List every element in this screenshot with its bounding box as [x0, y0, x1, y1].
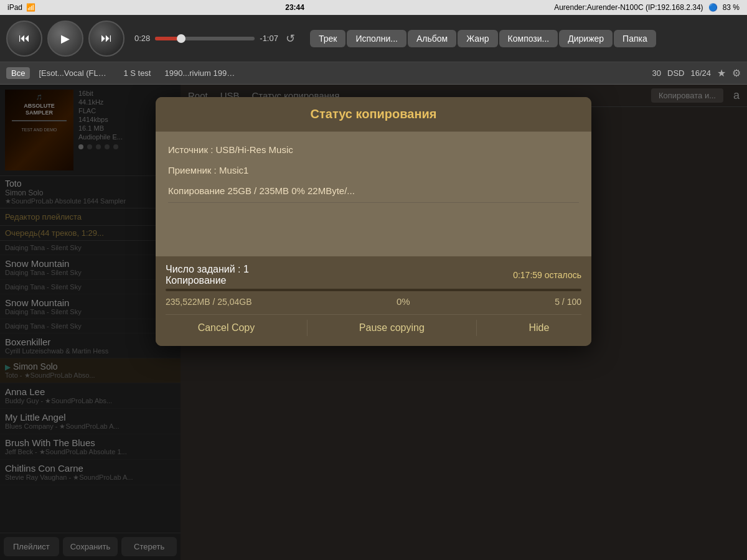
filter-year[interactable]: 1990...rivium 1993...(10CO)	[159, 67, 240, 79]
copy-progress-text: Копирование 25GB / 235MB 0% 22MByte/...	[168, 183, 579, 203]
secondary-bar: Все [Esot...Vocal (FLA...mplet ★ 1 S tes…	[0, 62, 747, 85]
bluetooth-icon: 🔵	[708, 3, 718, 12]
top-controls: ⏮ ▶ ⏭ 0:28 -1:07 ↺ Трек Исполни... Альбо…	[0, 15, 747, 62]
settings-button[interactable]: ⚙	[732, 67, 741, 79]
progress-area: 0:28 -1:07 ↺	[134, 32, 295, 45]
tab-folder[interactable]: Папка	[614, 30, 656, 47]
modal-body: Источник : USB/Hi-Res Music Приемник : M…	[156, 132, 591, 256]
secondary-right: 30 DSD 16/24 ★ ⚙	[652, 67, 741, 79]
remaining-time: -1:07	[260, 34, 278, 43]
copy-detail-row: 235,522MB / 25,04GB 0% 5 / 100	[166, 296, 581, 307]
modal-title: Статус копирования	[166, 107, 581, 121]
status-bar: iPad 📶 23:44 Aurender:Aurender-N100C (IP…	[0, 0, 747, 15]
elapsed-time: 0:28	[134, 34, 150, 43]
button-separator-2	[476, 320, 477, 336]
hide-button[interactable]: Hide	[516, 317, 561, 338]
tab-composer[interactable]: Компози...	[499, 30, 558, 47]
tab-artist[interactable]: Исполни...	[347, 30, 406, 47]
format-label: DSD	[667, 68, 684, 78]
content: 🎵 ABSOLUTE SAMPLER TEST AND DEMO 16bit 4…	[0, 85, 747, 560]
progress-bar[interactable]	[155, 37, 255, 40]
filter-test[interactable]: 1 S test	[118, 67, 156, 79]
status-time: 23:44	[285, 3, 304, 12]
copy-file-count: 5 / 100	[555, 297, 581, 307]
app: ⏮ ▶ ⏭ 0:28 -1:07 ↺ Трек Исполни... Альбо…	[0, 15, 747, 560]
dest-label: Приемник : Music1	[168, 162, 579, 178]
bitdepth-label: 16/24	[690, 68, 711, 78]
ipad-label: iPad	[7, 3, 22, 12]
copy-percentage: 0%	[397, 296, 410, 307]
prev-button[interactable]: ⏮	[6, 21, 42, 57]
next-button[interactable]: ⏭	[88, 21, 125, 57]
modal-overlay: Статус копирования Источник : USB/Hi-Res…	[0, 85, 747, 560]
main-panel: Root USB Статус копирования Копировата и…	[181, 85, 747, 560]
time-remaining: 0:17:59 осталось	[513, 270, 581, 280]
status-right: Aurender:Aurender-N100C (IP:192.168.2.34…	[554, 3, 740, 12]
filter-esot[interactable]: [Esot...Vocal (FLA...mplet ★	[34, 67, 115, 79]
filter-all[interactable]: Все	[6, 67, 30, 79]
tab-genre[interactable]: Жанр	[458, 30, 497, 47]
copying-label: Копирование	[166, 275, 227, 286]
battery-label: 83 %	[723, 3, 740, 12]
modal-buttons: Cancel Copy Pause copying Hide	[166, 314, 581, 338]
modal-header: Статус копирования	[156, 97, 591, 132]
copy-progress-bar	[166, 289, 581, 291]
pause-copy-button[interactable]: Pause copying	[347, 317, 437, 338]
copy-progress-row: Число заданий : 1 Копирование 0:17:59 ос…	[166, 264, 581, 286]
repeat-icon[interactable]: ↺	[286, 32, 295, 45]
nav-tabs: Трек Исполни... Альбом Жанр Компози... Д…	[310, 30, 741, 47]
copy-status-modal: Статус копирования Источник : USB/Hi-Res…	[156, 97, 591, 346]
button-separator	[307, 320, 308, 336]
tasks-label: Число заданий : 1	[166, 264, 249, 274]
play-button[interactable]: ▶	[47, 21, 83, 57]
server-label: Aurender:Aurender-N100C (IP:192.168.2.34…	[554, 3, 703, 12]
star-filter-button[interactable]: ★	[717, 67, 726, 79]
progress-thumb	[177, 34, 186, 43]
modal-footer: Число заданий : 1 Копирование 0:17:59 ос…	[156, 256, 591, 346]
tab-track[interactable]: Трек	[310, 30, 345, 47]
track-count: 30	[652, 68, 661, 78]
copy-size-label: 235,522MB / 25,04GB	[166, 297, 252, 307]
wifi-icon: 📶	[26, 3, 35, 12]
source-label: Источник : USB/Hi-Res Music	[168, 142, 579, 157]
tab-conductor[interactable]: Дирижер	[559, 30, 613, 47]
tab-album[interactable]: Альбом	[408, 30, 456, 47]
status-left: iPad 📶	[7, 3, 35, 12]
cancel-copy-button[interactable]: Cancel Copy	[186, 317, 268, 338]
